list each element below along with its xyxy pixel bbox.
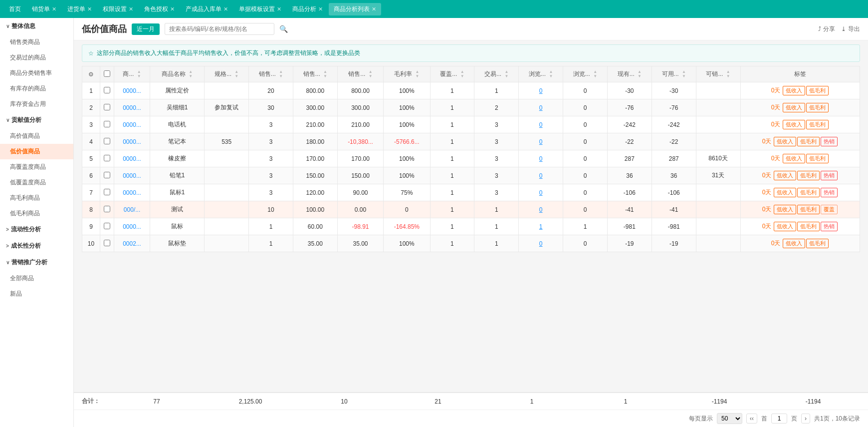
row-select-checkbox[interactable] [104,240,110,246]
col-views2[interactable]: 浏览... ▲▼ [563,66,608,82]
row-views1[interactable]: 1 [519,218,563,235]
nav-close-icon[interactable]: ✕ [277,6,281,12]
col-name[interactable]: 商品名称 ▲▼ [150,66,205,82]
export-button[interactable]: ⤓ 导出 [841,25,860,33]
row-checkbox[interactable] [100,82,114,99]
sidebar-item-new-products[interactable]: 新品 [0,286,73,302]
sidebar-item-high-margin[interactable]: 高毛利商品 [0,190,73,206]
nav-close-icon[interactable]: ✕ [372,6,376,12]
row-select-checkbox[interactable] [104,206,110,212]
sidebar-item-all-products[interactable]: 全部商品 [0,271,73,286]
row-views1[interactable]: 0 [519,116,563,133]
row-select-checkbox[interactable] [104,155,110,161]
nav-role-auth[interactable]: 角色授权 ✕ [139,3,180,15]
row-code[interactable]: 000/... [114,201,150,218]
row-code[interactable]: 0000... [114,167,150,184]
nav-permissions[interactable]: 权限设置 ✕ [98,3,138,15]
select-all-checkbox[interactable] [104,70,110,77]
search-input[interactable] [165,23,274,35]
row-select-checkbox[interactable] [104,189,110,195]
row-code[interactable]: 0000... [114,133,150,150]
first-page-button[interactable]: ‹‹ [746,414,757,424]
row-checkbox[interactable] [100,184,114,201]
page-input[interactable] [771,414,787,424]
row-views1[interactable]: 0 [519,235,563,252]
col-sellable[interactable]: 可销... ▲▼ [696,66,740,82]
sidebar-item-low-margin[interactable]: 低毛利商品 [0,206,73,221]
nav-product-analysis-list[interactable]: 商品分析列表 ✕ [329,3,381,15]
row-code[interactable]: 0000... [114,82,150,99]
nav-template-settings[interactable]: 单据模板设置 ✕ [234,3,286,15]
nav-close-icon[interactable]: ✕ [318,6,323,12]
col-coverage[interactable]: 覆盖... ▲▼ [430,66,474,82]
sidebar-item-low-coverage[interactable]: 低覆盖度商品 [0,175,73,190]
nav-close-icon[interactable]: ✕ [223,6,228,12]
next-page-button[interactable]: › [801,414,810,424]
row-checkbox[interactable] [100,218,114,235]
row-code[interactable]: 0000... [114,184,150,201]
sidebar-group-marketing[interactable]: ∨ 营销推广分析 [0,254,73,271]
per-page-select[interactable]: 50 100 200 [717,413,742,424]
row-checkbox[interactable] [100,99,114,116]
col-qty[interactable]: 销售... ▲▼ [249,66,293,82]
nav-home[interactable]: 首页 [4,3,26,15]
sidebar-group-liquidity[interactable]: > 流动性分析 [0,221,73,238]
col-stock[interactable]: 现有... ▲▼ [607,66,651,82]
row-checkbox[interactable] [100,201,114,218]
row-code[interactable]: 0000... [114,99,150,116]
col-views1[interactable]: 浏览... ▲▼ [519,66,563,82]
sidebar-item-stock-products[interactable]: 有库存的商品 [0,81,73,96]
row-checkbox[interactable] [100,150,114,167]
row-views1[interactable]: 0 [519,167,563,184]
share-button[interactable]: ⤴ 分享 [818,25,835,33]
sidebar-item-high-value[interactable]: 高价值商品 [0,128,73,144]
col-spec[interactable]: 规格... ▲▼ [205,66,249,82]
search-icon[interactable]: 🔍 [279,25,288,33]
nav-close-icon[interactable]: ✕ [52,6,56,12]
nav-product-analysis[interactable]: 商品分析 ✕ [287,3,328,15]
sidebar-group-contribution[interactable]: ∨ 贡献值分析 [0,112,73,128]
col-checkbox-header[interactable] [100,66,114,82]
nav-purchase-order[interactable]: 进货单 ✕ [62,3,97,15]
row-select-checkbox[interactable] [104,223,110,229]
row-views1[interactable]: 0 [519,99,563,116]
nav-sales-order[interactable]: 销货单 ✕ [27,3,61,15]
row-views1[interactable]: 0 [519,150,563,167]
row-checkbox[interactable] [100,133,114,150]
row-code[interactable]: 0000... [114,150,150,167]
row-select-checkbox[interactable] [104,121,110,127]
sidebar-item-sales-products[interactable]: 销售类商品 [0,34,73,50]
sidebar-group-growth[interactable]: > 成长性分析 [0,238,73,254]
col-sales1[interactable]: 销售... ▲▼ [293,66,337,82]
row-code[interactable]: 0000... [114,218,150,235]
row-code[interactable]: 0002... [114,235,150,252]
row-checkbox[interactable] [100,235,114,252]
sidebar-item-category-sales-rate[interactable]: 商品分类销售率 [0,65,73,81]
row-code[interactable]: 0000... [114,116,150,133]
sidebar-item-stock-fund[interactable]: 库存资金占用 [0,96,73,112]
col-sales2[interactable]: 销售... ▲▼ [337,66,383,82]
nav-close-icon[interactable]: ✕ [170,6,175,12]
nav-product-inbound[interactable]: 产成品入库单 ✕ [181,3,233,15]
row-views1[interactable]: 0 [519,133,563,150]
row-checkbox[interactable] [100,167,114,184]
row-select-checkbox[interactable] [104,104,110,110]
row-views1[interactable]: 0 [519,82,563,99]
row-select-checkbox[interactable] [104,172,110,178]
row-select-checkbox[interactable] [104,138,110,144]
filter-recent-month-button[interactable]: 近一月 [132,23,160,35]
col-settings[interactable]: ⚙ [82,66,100,82]
nav-close-icon[interactable]: ✕ [87,6,92,12]
row-views1[interactable]: 0 [519,201,563,218]
sidebar-item-low-value[interactable]: 低价值商品 [0,144,73,159]
nav-close-icon[interactable]: ✕ [129,6,133,12]
col-available[interactable]: 可用... ▲▼ [651,66,696,82]
col-code[interactable]: 商... ▲▼ [114,66,150,82]
settings-icon[interactable]: ⚙ [88,71,94,78]
row-select-checkbox[interactable] [104,87,110,93]
row-checkbox[interactable] [100,116,114,133]
sidebar-item-high-coverage[interactable]: 高覆盖度商品 [0,159,73,175]
col-gross[interactable]: 毛利率 ▲▼ [384,66,430,82]
row-views1[interactable]: 0 [519,184,563,201]
col-trades[interactable]: 交易... ▲▼ [474,66,519,82]
